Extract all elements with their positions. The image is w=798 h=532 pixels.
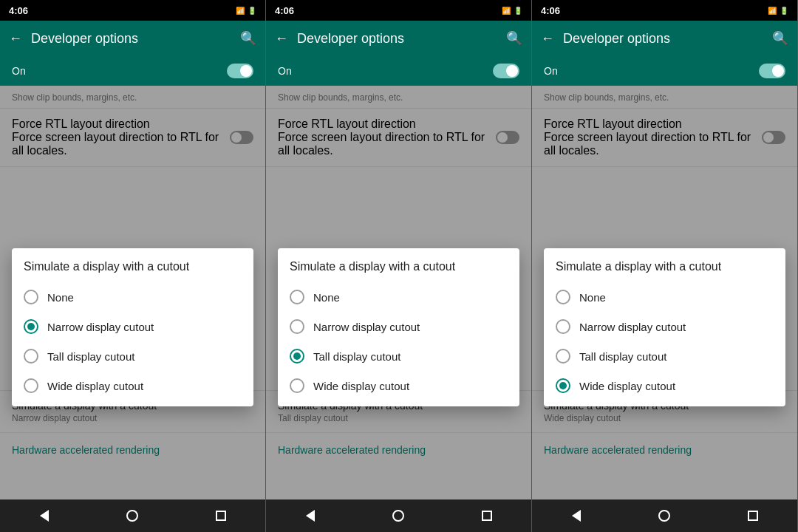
radio-circle-0 — [24, 290, 38, 304]
radio-label-3: Wide display cutout — [579, 380, 675, 392]
battery-icon: 🔋 — [780, 7, 788, 15]
recents-nav-icon — [216, 511, 226, 521]
radio-option-0[interactable]: None — [12, 282, 253, 312]
radio-label-3: Wide display cutout — [313, 380, 409, 392]
toggle-bar: On — [0, 56, 265, 86]
radio-label-1: Narrow display cutout — [313, 321, 420, 333]
back-icon[interactable]: ← — [538, 28, 557, 50]
radio-label-0: None — [47, 291, 74, 304]
radio-circle-1 — [556, 319, 570, 334]
radio-circle-0 — [290, 290, 304, 304]
battery-icon: 🔋 — [248, 7, 256, 15]
status-icons: 📶 🔋 — [502, 7, 522, 15]
radio-circle-1 — [290, 319, 304, 334]
radio-label-3: Wide display cutout — [47, 380, 143, 392]
time: 4:06 — [9, 5, 28, 16]
search-icon[interactable]: 🔍 — [503, 27, 525, 50]
back-nav-icon — [572, 510, 581, 522]
recents-nav-button[interactable] — [214, 508, 228, 523]
page-title: Developer options — [297, 31, 497, 47]
top-bar: ← Developer options 🔍 — [266, 21, 531, 56]
recents-nav-icon — [748, 511, 758, 521]
cutout-dialog: Simulate a display with a cutout None Na… — [544, 248, 785, 406]
back-nav-button[interactable] — [303, 508, 318, 523]
bottom-nav — [532, 499, 797, 532]
content-area: Show clip bounds, margins, etc. Force RT… — [532, 86, 797, 499]
toggle-bar: On — [266, 56, 531, 86]
phone-panel-3: 4:06 📶 🔋 ← Developer options 🔍 On Show c… — [532, 0, 798, 532]
radio-circle-2 — [556, 349, 570, 364]
signal-icon: 📶 — [768, 7, 777, 15]
search-icon[interactable]: 🔍 — [769, 27, 791, 50]
radio-option-0[interactable]: None — [278, 282, 519, 312]
back-icon[interactable]: ← — [6, 28, 25, 50]
dialog-title: Simulate a display with a cutout — [12, 260, 253, 282]
home-nav-button[interactable] — [125, 508, 140, 523]
page-title: Developer options — [31, 31, 231, 47]
search-icon[interactable]: 🔍 — [237, 27, 259, 50]
radio-circle-2 — [24, 349, 38, 364]
master-toggle[interactable] — [759, 64, 785, 78]
radio-option-0[interactable]: None — [544, 282, 785, 312]
phone-panel-2: 4:06 📶 🔋 ← Developer options 🔍 On Show c… — [266, 0, 532, 532]
back-nav-button[interactable] — [37, 508, 52, 523]
home-nav-button[interactable] — [657, 508, 672, 523]
toggle-label: On — [12, 65, 26, 77]
master-toggle[interactable] — [493, 64, 519, 78]
radio-circle-3 — [290, 378, 304, 393]
top-bar: ← Developer options 🔍 — [532, 21, 797, 56]
radio-option-2[interactable]: Tall display cutout — [12, 341, 253, 371]
status-bar: 4:06 📶 🔋 — [0, 0, 265, 21]
radio-label-1: Narrow display cutout — [47, 321, 154, 333]
phone-panel-1: 4:06 📶 🔋 ← Developer options 🔍 On Show c… — [0, 0, 266, 532]
radio-label-1: Narrow display cutout — [579, 321, 686, 333]
radio-option-3[interactable]: Wide display cutout — [544, 371, 785, 400]
toggle-bar: On — [532, 56, 797, 86]
radio-circle-1 — [24, 319, 38, 334]
status-bar: 4:06 📶 🔋 — [266, 0, 531, 21]
status-icons: 📶 🔋 — [768, 7, 788, 15]
home-nav-icon — [126, 510, 138, 522]
cutout-dialog: Simulate a display with a cutout None Na… — [12, 248, 253, 406]
radio-circle-3 — [24, 378, 38, 393]
cutout-dialog: Simulate a display with a cutout None Na… — [278, 248, 519, 406]
signal-icon: 📶 — [236, 7, 245, 15]
back-icon[interactable]: ← — [272, 28, 291, 50]
radio-option-1[interactable]: Narrow display cutout — [544, 312, 785, 341]
bottom-nav — [266, 499, 531, 532]
home-nav-icon — [658, 510, 670, 522]
dialog-title: Simulate a display with a cutout — [544, 260, 785, 282]
page-title: Developer options — [563, 31, 763, 47]
radio-label-0: None — [579, 291, 606, 304]
notch — [103, 0, 163, 18]
radio-option-2[interactable]: Tall display cutout — [278, 341, 519, 371]
radio-circle-2 — [290, 349, 304, 364]
notch — [635, 0, 695, 18]
battery-icon: 🔋 — [514, 7, 522, 15]
radio-label-2: Tall display cutout — [47, 350, 134, 363]
radio-option-3[interactable]: Wide display cutout — [12, 371, 253, 400]
home-nav-button[interactable] — [391, 508, 406, 523]
radio-option-1[interactable]: Narrow display cutout — [278, 312, 519, 341]
radio-circle-0 — [556, 290, 570, 304]
signal-icon: 📶 — [502, 7, 511, 15]
radio-label-0: None — [313, 291, 340, 304]
radio-option-3[interactable]: Wide display cutout — [278, 371, 519, 400]
recents-nav-button[interactable] — [480, 508, 494, 523]
top-bar: ← Developer options 🔍 — [0, 21, 265, 56]
back-nav-icon — [306, 510, 315, 522]
content-area: Show clip bounds, margins, etc. Force RT… — [266, 86, 531, 499]
status-bar: 4:06 📶 🔋 — [532, 0, 797, 21]
notch — [369, 0, 429, 18]
back-nav-button[interactable] — [569, 508, 584, 523]
radio-circle-3 — [556, 378, 570, 393]
master-toggle[interactable] — [227, 64, 253, 78]
status-icons: 📶 🔋 — [236, 7, 256, 15]
time: 4:06 — [275, 5, 294, 16]
bottom-nav — [0, 499, 265, 532]
radio-label-2: Tall display cutout — [313, 350, 400, 363]
radio-option-2[interactable]: Tall display cutout — [544, 341, 785, 371]
recents-nav-icon — [482, 511, 492, 521]
radio-option-1[interactable]: Narrow display cutout — [12, 312, 253, 341]
recents-nav-button[interactable] — [746, 508, 760, 523]
